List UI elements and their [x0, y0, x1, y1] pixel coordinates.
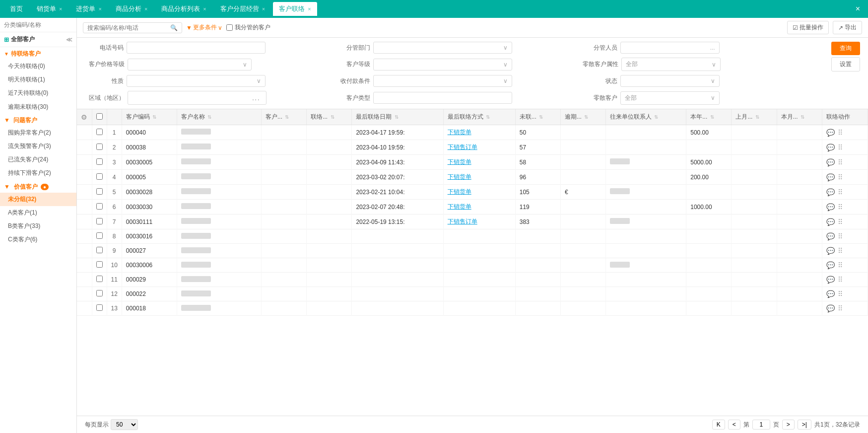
sidebar-collapse-icon[interactable]: ≪ [66, 36, 72, 43]
last-method-link[interactable]: 下销货单 [448, 158, 471, 165]
call-icon[interactable]: 💬 [826, 232, 835, 240]
more-action-icon[interactable]: ⠿ [838, 304, 843, 312]
row-last-method-cell[interactable]: 下销售订单 [443, 215, 515, 229]
filter-search-input[interactable] [87, 24, 168, 31]
row-last-method-cell[interactable] [443, 301, 515, 316]
page-number-input[interactable] [752, 420, 770, 430]
sidebar-item-churned[interactable]: 已流失客户(24) [0, 153, 76, 166]
prev-page-button[interactable]: < [728, 420, 740, 430]
pending-expand-icon[interactable]: ▼ [4, 51, 9, 57]
more-action-icon[interactable]: ⠿ [838, 232, 843, 240]
row-checkbox-cell[interactable] [92, 258, 107, 273]
problem-expand-icon[interactable]: ▼ [4, 117, 10, 124]
sidebar-item-ungroup[interactable]: 未分组(32) [0, 193, 76, 206]
more-action-icon[interactable]: ⠿ [838, 129, 843, 137]
sidebar-item-class-b[interactable]: B类客户(33) [0, 219, 76, 233]
row-checkbox-cell[interactable] [92, 200, 107, 215]
tab-customer-contact[interactable]: 客户联络 × [273, 2, 317, 16]
close-product-analysis-icon[interactable]: × [144, 6, 147, 12]
row-last-method-cell[interactable] [443, 273, 515, 287]
more-action-icon[interactable]: ⠿ [838, 247, 843, 255]
tab-product-analysis[interactable]: 商品分析 × [110, 2, 153, 16]
row-checkbox[interactable] [96, 129, 103, 135]
row-checkbox[interactable] [96, 144, 103, 150]
more-action-icon[interactable]: ⠿ [838, 173, 843, 181]
row-last-method-cell[interactable]: 下销货单 [443, 170, 515, 185]
type-col-header[interactable]: 客户... ⇅ [262, 109, 307, 125]
sidebar-item-class-c[interactable]: C类客户(6) [0, 233, 76, 246]
sidebar-all-customers[interactable]: ⊞ 全部客户 ≪ [0, 32, 76, 47]
row-checkbox[interactable] [96, 261, 103, 268]
call-icon[interactable]: 💬 [826, 173, 835, 181]
tab-purchase-order[interactable]: 进货单 × [70, 2, 107, 16]
row-checkbox[interactable] [96, 188, 103, 195]
row-checkbox[interactable] [96, 276, 103, 282]
status-select[interactable]: ∨ [620, 75, 720, 87]
call-icon[interactable]: 💬 [826, 218, 835, 226]
row-checkbox-cell[interactable] [92, 125, 107, 140]
row-last-method-cell[interactable] [443, 287, 515, 301]
more-action-icon[interactable]: ⠿ [838, 144, 843, 151]
tab-sales-order[interactable]: 销货单 × [31, 2, 68, 16]
next-page-button[interactable]: > [782, 420, 795, 430]
more-action-icon[interactable]: ⠿ [838, 261, 843, 269]
nature-select[interactable]: ∨ [127, 75, 266, 87]
row-last-method-cell[interactable] [443, 258, 515, 273]
this-month-col-header[interactable]: 本月... ⇅ [777, 109, 822, 125]
price-tier-select[interactable]: ∨ [128, 59, 252, 71]
last-method-link[interactable]: 下销货单 [448, 203, 471, 210]
region-dots[interactable]: ... [250, 93, 262, 102]
sidebar-item-hoard-abnormal[interactable]: 囤购异常客户(2) [0, 126, 76, 140]
sidebar-item-today-pending[interactable]: 今天待联络(0) [0, 60, 76, 73]
first-page-button[interactable]: K [712, 420, 725, 430]
payment-select[interactable]: ∨ [373, 75, 512, 87]
close-purchase-order-icon[interactable]: × [98, 6, 101, 12]
cust-tier-select[interactable]: ∨ [373, 59, 512, 71]
dept-select[interactable]: ∨ [373, 42, 512, 54]
row-checkbox[interactable] [96, 173, 103, 180]
call-icon[interactable]: 💬 [826, 290, 835, 298]
last-method-link[interactable]: 下销售订单 [448, 218, 477, 225]
sidebar-item-class-a[interactable]: A类客户(1) [0, 206, 76, 219]
row-checkbox-cell[interactable] [92, 170, 107, 185]
row-last-method-cell[interactable] [443, 244, 515, 258]
last-method-link[interactable]: 下销售订单 [448, 144, 477, 150]
row-checkbox-cell[interactable] [92, 155, 107, 170]
row-checkbox-cell[interactable] [92, 229, 107, 244]
retail-attr-select[interactable]: 全部 ∨ [621, 58, 721, 71]
call-icon[interactable]: 💬 [826, 276, 835, 284]
row-checkbox[interactable] [96, 158, 103, 165]
call-icon[interactable]: 💬 [826, 188, 835, 196]
phone-input[interactable] [127, 42, 266, 54]
last-method-link[interactable]: 下销货单 [448, 188, 471, 195]
value-expand-icon[interactable]: ▼ [4, 183, 10, 190]
call-icon[interactable]: 💬 [826, 144, 835, 151]
filter-search-icon[interactable]: 🔍 [170, 24, 178, 31]
call-icon[interactable]: 💬 [826, 247, 835, 255]
call-icon[interactable]: 💬 [826, 203, 835, 211]
home-tab[interactable]: 首页 [4, 4, 29, 13]
row-checkbox[interactable] [96, 304, 103, 311]
sidebar-item-tomorrow-pending[interactable]: 明天待联络(1) [0, 73, 76, 86]
call-icon[interactable]: 💬 [826, 304, 835, 312]
this-year-col-header[interactable]: 本年... ⇅ [686, 109, 732, 125]
row-last-method-cell[interactable] [443, 229, 515, 244]
more-action-icon[interactable]: ⠿ [838, 276, 843, 284]
row-checkbox-cell[interactable] [92, 140, 107, 155]
row-last-method-cell[interactable]: 下销货单 [443, 185, 515, 200]
name-col-header[interactable]: 客户名称 ⇅ [177, 109, 261, 125]
more-action-icon[interactable]: ⠿ [838, 203, 843, 211]
more-action-icon[interactable]: ⠿ [838, 188, 843, 196]
row-checkbox[interactable] [96, 232, 103, 239]
query-button[interactable]: 查询 [831, 42, 860, 55]
row-checkbox[interactable] [96, 247, 103, 253]
overdue-col-header[interactable]: 逾期... ⇅ [560, 109, 605, 125]
reset-button[interactable]: 设置 [831, 57, 860, 72]
sidebar-item-7days-pending[interactable]: 近7天待联络(0) [0, 86, 76, 100]
last-method-link[interactable]: 下销货单 [448, 129, 471, 136]
sidebar-item-declining[interactable]: 持续下滑客户(2) [0, 166, 76, 180]
last-date-col-header[interactable]: 最后联络日期 ⇅ [352, 109, 443, 125]
sidebar-search-input[interactable] [4, 21, 77, 28]
sidebar-item-churn-warn[interactable]: 流失预警客户(3) [0, 140, 76, 153]
tab-product-analysis-list[interactable]: 商品分析列表 × [155, 2, 212, 16]
